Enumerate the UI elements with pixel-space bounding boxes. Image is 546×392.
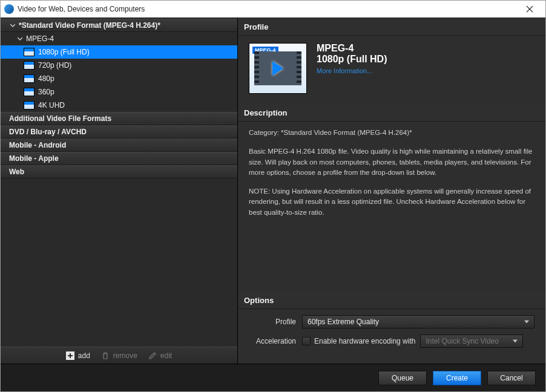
tree-group-mpeg4[interactable]: MPEG-4 (1, 32, 237, 45)
profile-select[interactable]: 60fps Extreme Quality (302, 315, 534, 328)
tree-item-480p[interactable]: 480p (1, 72, 237, 85)
footer: Queue Create Cancel (1, 364, 545, 391)
description-para-1: Basic MPEG-4 H.264 1080p file. Video qua… (249, 146, 534, 178)
description-body: Category: *Standard Video Format (MPEG-4… (238, 122, 545, 234)
tree-item-720p[interactable]: 720p (HD) (1, 59, 237, 72)
tree-item-label: 360p (38, 88, 54, 96)
tree-cat-apple[interactable]: Mobile - Apple (1, 152, 237, 165)
profile-text: MPEG-4 1080p (Full HD) More Information.… (317, 43, 387, 76)
description-para-2: NOTE: Using Hardware Acceleration on app… (249, 186, 534, 218)
tree-item-4kuhd[interactable]: 4K UHD (1, 99, 237, 112)
window: Video for Web, Devices and Computers *St… (0, 0, 546, 392)
options-header: Options (238, 291, 545, 309)
mpeg4-icon (24, 88, 35, 96)
tree-item-label: 1080p (Full HD) (38, 48, 90, 56)
tree-item-360p[interactable]: 360p (1, 85, 237, 99)
acceleration-encoder-select[interactable]: Intel Quick Sync Video (420, 335, 523, 348)
chevron-down-icon (9, 22, 16, 29)
window-title: Video for Web, Devices and Computers (18, 5, 145, 13)
main-panel: Profile MPEG-4 MPEG-4 1080p (Full HD) Mo… (238, 18, 545, 364)
tree-cat-label: Mobile - Android (9, 141, 66, 149)
tree-item-1080p[interactable]: 1080p (Full HD) (1, 45, 237, 59)
app-icon (4, 4, 14, 14)
queue-label: Queue (392, 374, 413, 382)
acceleration-label: Acceleration (249, 337, 296, 345)
tree-cat-android[interactable]: Mobile - Android (1, 139, 237, 152)
tree-item-label: 4K UHD (38, 101, 65, 109)
profile-name: MPEG-4 (317, 43, 387, 54)
tree-item-label: 720p (HD) (38, 61, 71, 70)
profile-quality: 1080p (Full HD) (317, 54, 387, 65)
add-label: add (78, 351, 90, 360)
tree-cat-label: Additional Video File Formats (9, 114, 111, 123)
options-body: Profile 60fps Extreme Quality Accelerati… (238, 309, 545, 364)
tree-cat-additional[interactable]: Additional Video File Formats (1, 112, 237, 125)
remove-button[interactable]: remove (101, 351, 137, 360)
film-icon (259, 51, 297, 85)
mpeg4-icon (24, 48, 35, 56)
close-icon (526, 5, 533, 13)
tree-cat-label: Web (9, 168, 24, 176)
acceleration-encoder-value: Intel Quick Sync Video (426, 337, 499, 345)
tree-cat-label: *Standard Video Format (MPEG-4 H.264)* (19, 21, 160, 30)
plus-icon (66, 351, 74, 360)
pencil-icon (148, 351, 157, 360)
format-tree[interactable]: *Standard Video Format (MPEG-4 H.264)* M… (1, 18, 237, 347)
profile-header: Profile (238, 18, 545, 36)
edit-label: edit (160, 351, 172, 360)
trash-icon (101, 351, 110, 360)
profile-option-row: Profile 60fps Extreme Quality (249, 315, 534, 328)
mpeg4-icon (24, 74, 35, 83)
content-body: *Standard Video Format (MPEG-4 H.264)* M… (1, 18, 545, 364)
close-button[interactable] (518, 1, 542, 18)
tree-cat-standard[interactable]: *Standard Video Format (MPEG-4 H.264)* (1, 19, 237, 32)
queue-button[interactable]: Queue (378, 371, 427, 385)
tree-cat-web[interactable]: Web (1, 165, 237, 178)
play-icon (272, 61, 283, 76)
acceleration-row: Acceleration Enable hardware encoding wi… (249, 335, 534, 348)
sidebar-toolbar: add remove edit (1, 347, 237, 364)
acceleration-checkbox[interactable] (302, 337, 311, 345)
edit-button[interactable]: edit (148, 351, 172, 360)
remove-label: remove (113, 351, 137, 360)
sidebar: *Standard Video Format (MPEG-4 H.264)* M… (1, 18, 238, 364)
tree-item-label: 480p (38, 74, 54, 83)
tree-cat-label: Mobile - Apple (9, 154, 59, 163)
description-header: Description (238, 103, 545, 122)
create-label: Create (446, 374, 468, 382)
create-button[interactable]: Create (433, 371, 481, 385)
profile-select-value: 60fps Extreme Quality (308, 318, 379, 326)
cancel-button[interactable]: Cancel (487, 371, 536, 385)
tree-group-label: MPEG-4 (26, 34, 54, 43)
mpeg4-icon (24, 61, 35, 70)
more-info-link[interactable]: More Information... (317, 67, 372, 74)
profile-body: MPEG-4 MPEG-4 1080p (Full HD) More Infor… (238, 36, 545, 103)
acceleration-checkbox-label: Enable hardware encoding with (314, 337, 415, 345)
titlebar: Video for Web, Devices and Computers (1, 1, 545, 18)
tree-cat-label: DVD / Blu-ray / AVCHD (9, 128, 87, 136)
add-button[interactable]: add (66, 351, 90, 360)
cancel-label: Cancel (500, 374, 522, 382)
tree-cat-dvd[interactable]: DVD / Blu-ray / AVCHD (1, 125, 237, 139)
chevron-down-icon (16, 35, 24, 42)
profile-thumbnail: MPEG-4 (249, 43, 307, 94)
description-category: Category: *Standard Video Format (MPEG-4… (249, 128, 534, 138)
mpeg4-icon (24, 101, 35, 109)
profile-option-label: Profile (249, 318, 296, 326)
